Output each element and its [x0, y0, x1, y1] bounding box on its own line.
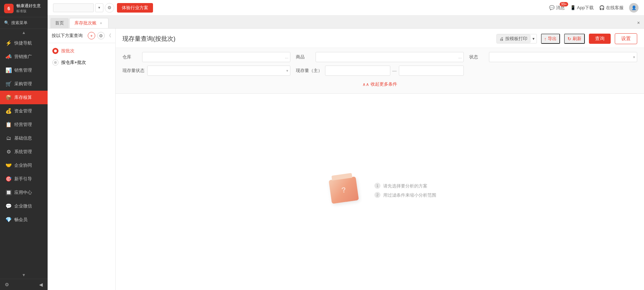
scheme-item-by-batch[interactable]: 按批次 — [48, 45, 115, 57]
operation-icon: 📋 — [5, 122, 12, 128]
print-dropdown-button[interactable]: ▾ — [530, 35, 537, 42]
newcomer-icon: 🎯 — [5, 176, 12, 182]
refresh-button[interactable]: ↻ 刷新 — [564, 34, 585, 44]
sidebar-item-label: 企业微信 — [14, 203, 32, 209]
sidebar-item-label: 经营管理 — [14, 122, 32, 128]
topbar-search-input[interactable] — [53, 3, 94, 12]
system-icon: ⚙ — [5, 149, 12, 155]
inventory-status-label: 现存量状态 — [122, 68, 145, 74]
sidebar-item-system[interactable]: ⚙ 系统管理 — [0, 145, 48, 159]
collapse-filter-label: 收起更多条件 — [371, 81, 397, 87]
sidebar-search[interactable]: 🔍 搜索菜单 — [0, 17, 48, 29]
quantity-range: — — [325, 66, 464, 76]
warehouse-filter: 仓库 ... — [122, 52, 290, 62]
sidebar-collapse-icon[interactable]: ◀ — [39, 282, 43, 287]
step-number-1: 1 — [374, 183, 380, 189]
experience-industry-button[interactable]: 体验行业方案 — [117, 3, 153, 13]
sidebar-item-label: 资金管理 — [14, 108, 32, 114]
warehouse-label: 仓库 — [122, 54, 139, 60]
sidebar-item-enterprise-wechat[interactable]: 💬 企业微信 — [0, 199, 48, 213]
basic-icon: 🗂 — [5, 135, 12, 141]
sidebar-item-label: 基础信息 — [14, 135, 32, 141]
scheme-label: 按仓库+批次 — [61, 59, 86, 66]
finance-icon: 💰 — [5, 108, 12, 114]
scheme-item-by-warehouse-batch[interactable]: 按仓库+批次 — [48, 57, 115, 68]
tab-close-button[interactable]: × — [99, 21, 103, 25]
online-service-button[interactable]: 🎧 在线客服 — [599, 5, 624, 11]
app-title-block: 畅康通好生意 标准版 — [16, 3, 41, 14]
tab-bar-close-button[interactable]: × — [636, 19, 641, 27]
sidebar-settings-icon[interactable]: ⚙ — [5, 282, 9, 287]
sidebar-item-inventory[interactable]: 📦 库存核算 — [0, 91, 48, 104]
sidebar-item-finance[interactable]: 💰 资金管理 — [0, 104, 48, 118]
empty-box-graphic — [329, 177, 359, 204]
sidebar-item-member[interactable]: 💎 畅会员 — [0, 213, 48, 226]
page-title: 现存量查询(按批次) — [122, 35, 175, 43]
empty-illustration — [323, 171, 364, 212]
left-panel-actions: + ⚙ 《 — [88, 32, 111, 39]
sidebar-item-label: 采购管理 — [14, 81, 32, 87]
sidebar-scroll-down[interactable]: ▼ — [0, 271, 48, 279]
product-input[interactable] — [316, 52, 464, 62]
left-panel-header: 按以下方案查询 + ⚙ 《 — [48, 29, 115, 43]
product-label: 商品 — [296, 54, 313, 60]
sidebar-item-enterprise[interactable]: 🤝 企业协同 — [0, 159, 48, 172]
message-button[interactable]: 💬 消息 99+ — [549, 5, 565, 11]
inventory-status-select[interactable]: 有库存 零库存 — [147, 66, 290, 76]
sidebar-item-label: 畅会员 — [14, 217, 28, 223]
query-button[interactable]: 查询 — [589, 34, 611, 44]
sidebar-item-label: 系统管理 — [14, 149, 32, 155]
quantity-range-dash: — — [392, 68, 397, 73]
scheme-list: 按批次 按仓库+批次 — [48, 43, 115, 70]
marketing-icon: 📣 — [5, 54, 12, 60]
online-service-label: 在线客服 — [606, 5, 624, 11]
main-area: ▾ ⚙ 体验行业方案 💬 消息 99+ 📱 App下载 🎧 在线客服 👤 — [48, 0, 644, 290]
topbar-dropdown-btn[interactable]: ▾ — [95, 3, 103, 12]
print-template-button[interactable]: 🖨 按模板打印 — [497, 34, 530, 43]
topbar-settings-btn[interactable]: ⚙ — [105, 3, 114, 13]
sidebar-item-marketing[interactable]: 📣 营销推广 — [0, 50, 48, 64]
sidebar-item-app-center[interactable]: 🔲 应用中心 — [0, 186, 48, 199]
app-center-icon: 🔲 — [5, 189, 12, 196]
sidebar-item-label: 应用中心 — [14, 189, 32, 196]
step-number-2: 2 — [374, 192, 380, 198]
sidebar-item-sales[interactable]: 📊 销售管理 — [0, 64, 48, 77]
sidebar-item-label: 新手引导 — [14, 176, 32, 182]
user-avatar[interactable]: 👤 — [629, 3, 639, 13]
add-icon: + — [90, 33, 93, 38]
collapse-panel-button[interactable]: 《 — [107, 33, 111, 39]
product-dots-button[interactable]: ... — [458, 55, 462, 59]
status-select[interactable]: 正常 停用 — [489, 52, 637, 62]
tab-inventory-batch-label: 库存批次账 — [74, 20, 97, 26]
tab-home[interactable]: 首页 — [50, 18, 69, 28]
settings-button[interactable]: 设置 — [615, 33, 637, 44]
product-filter: 商品 ... — [296, 52, 464, 62]
warehouse-dots-button[interactable]: ... — [285, 55, 288, 59]
warehouse-input-wrap: ... — [142, 52, 290, 62]
topbar-search-area: ▾ ⚙ — [53, 3, 114, 13]
sidebar-scroll-up[interactable]: ▲ — [0, 29, 48, 36]
sidebar-item-newcomer[interactable]: 🎯 新手引导 — [0, 172, 48, 186]
empty-step-2: 2 用过滤条件来缩小分析范围 — [374, 192, 436, 198]
settings-scheme-button[interactable]: ⚙ — [97, 32, 105, 39]
sidebar-item-basic[interactable]: 🗂 基础信息 — [0, 131, 48, 145]
app-download-button[interactable]: 📱 App下载 — [570, 5, 594, 11]
sidebar-item-label: 快捷导航 — [14, 40, 32, 46]
sidebar-item-purchase[interactable]: 🛒 采购管理 — [0, 77, 48, 91]
sidebar-item-quick-nav[interactable]: ⚡ 快捷导航 — [0, 36, 48, 50]
quantity-min-input[interactable] — [325, 66, 390, 76]
sidebar-item-label: 企业协同 — [14, 162, 32, 168]
quantity-filter: 现存量（主） — — [296, 66, 464, 76]
sidebar-item-operation[interactable]: 📋 经营管理 — [0, 118, 48, 131]
tab-inventory-batch[interactable]: 库存批次账 × — [69, 18, 108, 28]
warehouse-input[interactable] — [142, 52, 290, 62]
left-panel: 按以下方案查询 + ⚙ 《 按批次 — [48, 29, 116, 290]
filter-area: 仓库 ... 商品 ... 状态 — [116, 48, 644, 94]
export-button[interactable]: ↑ 导出 — [541, 34, 560, 44]
settings-icon: ⚙ — [99, 33, 103, 38]
status-select-wrap: 正常 停用 ▾ — [489, 52, 637, 62]
quantity-label: 现存量（主） — [296, 68, 322, 74]
add-scheme-button[interactable]: + — [88, 32, 95, 39]
quantity-max-input[interactable] — [399, 66, 464, 76]
collapse-filter-button[interactable]: ∧∧ 收起更多条件 — [122, 79, 637, 89]
